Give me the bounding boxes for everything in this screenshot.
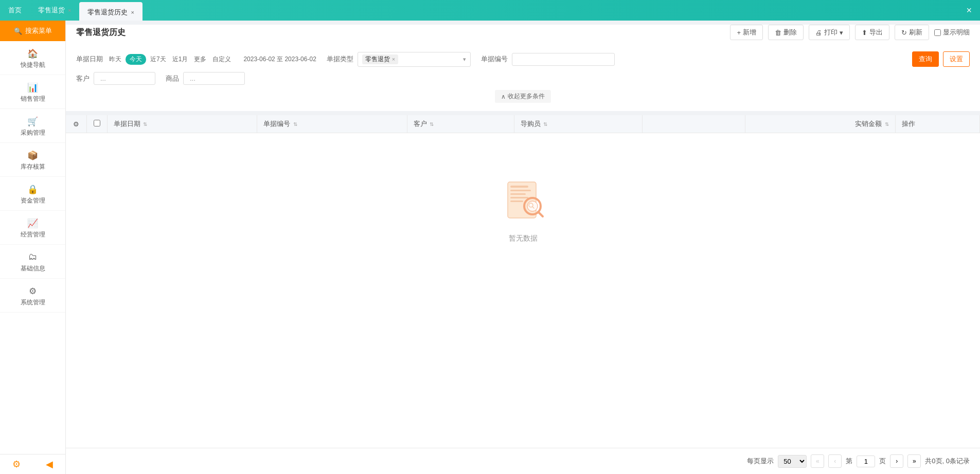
purchase-icon: 🛒 [28, 116, 38, 126]
col-amount-label: 实销金额 [855, 120, 882, 127]
pagination: 每页显示 50 10 20 100 « ‹ 第 页 › » 共0页, 0条记录 [66, 448, 980, 474]
date-opt-yesterday[interactable]: 昨天 [107, 54, 123, 64]
page-first-button[interactable]: « [811, 454, 824, 468]
refresh-button[interactable]: ↻ 刷新 [895, 25, 929, 40]
filter-type-label: 单据类型 [327, 54, 353, 64]
table-header-row: ⚙ 单据日期 ⇅ 单据编号 ⇅ 客户 [66, 115, 980, 133]
filter-area: 单据日期 昨天 今天 近7天 近1月 更多 自定义 2023-06-02 至 2… [76, 46, 970, 111]
sidebar-item-inventory-label: 库存核算 [21, 162, 45, 171]
tab-retail-return-label: 零售退货 [38, 6, 65, 15]
col-action-label: 操作 [902, 120, 915, 127]
sidebar-item-operations[interactable]: 📈 经营管理 [0, 211, 65, 245]
filter-row-2: 客户 ... 商品 ... [76, 72, 970, 85]
col-amount[interactable]: 实销金额 ⇅ [745, 115, 896, 133]
layout: 🔍 搜索菜单 🏠 快捷导航 📊 销售管理 🛒 采购管理 📦 库存核算 🔒 [0, 21, 980, 474]
filter-type-select[interactable]: 零售退货 × ▾ [358, 52, 471, 67]
page-last-button[interactable]: » [907, 454, 921, 468]
page-suffix: 页 [879, 457, 886, 466]
sidebar-item-quick-nav-label: 快捷导航 [21, 61, 45, 69]
sidebar-item-basic-info-label: 基础信息 [21, 264, 45, 273]
sidebar-item-system[interactable]: ⚙ 系统管理 [0, 279, 65, 313]
new-button[interactable]: + 新增 [730, 25, 763, 40]
svg-rect-2 [510, 190, 531, 191]
filter-voucher-input[interactable] [512, 53, 615, 66]
col-customer[interactable]: 客户 ⇅ [407, 115, 514, 133]
data-table: ⚙ 单据日期 ⇅ 单据编号 ⇅ 客户 [66, 115, 980, 133]
filter-customer-select[interactable]: ... [94, 72, 155, 85]
delete-icon: 🗑 [775, 29, 781, 37]
collapse-up-icon: ∧ [501, 93, 506, 100]
page-prev-button[interactable]: ‹ [828, 454, 842, 468]
sidebar-item-purchase[interactable]: 🛒 采购管理 [0, 109, 65, 143]
tab-retail-return-close[interactable]: × [68, 7, 71, 13]
col-number[interactable]: 单据编号 ⇅ [257, 115, 407, 133]
date-opt-today[interactable]: 今天 [126, 54, 146, 65]
sidebar-item-basic-info[interactable]: 🗂 基础信息 [0, 245, 65, 279]
table-head: ⚙ 单据日期 ⇅ 单据编号 ⇅ 客户 [66, 115, 980, 133]
tab-retail-return-history[interactable]: 零售退货历史 × [79, 2, 142, 23]
sidebar-search-button[interactable]: 🔍 搜索菜单 [0, 21, 65, 41]
sidebar-item-system-label: 系统管理 [21, 298, 45, 307]
sidebar-settings-button[interactable]: ⚙ [12, 459, 21, 470]
date-opt-1month[interactable]: 近1月 [170, 54, 190, 64]
export-icon: ⬆ [862, 29, 867, 37]
filter-date-options: 昨天 今天 近7天 近1月 更多 自定义 [107, 54, 233, 65]
tab-retail-return-history-label: 零售退货历史 [87, 8, 128, 17]
empty-text: 暂无数据 [509, 234, 538, 243]
delete-button[interactable]: 🗑 删除 [768, 25, 804, 40]
page-next-button[interactable]: › [890, 454, 903, 468]
date-opt-7days[interactable]: 近7天 [148, 54, 168, 64]
show-detail-checkbox-label[interactable]: 显示明细 [934, 28, 970, 37]
tab-home[interactable]: 首页 [0, 0, 30, 21]
new-label: 新增 [743, 28, 756, 37]
collapse-button[interactable]: ∧ 收起更多条件 [495, 90, 551, 103]
col-guide-label: 导购员 [521, 120, 541, 127]
topbar-tabs: 首页 零售退货 × 零售退货历史 × [0, 0, 958, 21]
filter-date-range: 2023-06-02 至 2023-06-02 [243, 55, 316, 64]
col-guide[interactable]: 导购员 ⇅ [514, 115, 643, 133]
sidebar-item-finance[interactable]: 🔒 资金管理 [0, 177, 65, 211]
page-label: 第 [846, 457, 852, 466]
print-button[interactable]: 🖨 打印 ▾ [809, 25, 850, 40]
print-arrow-icon: ▾ [840, 29, 843, 37]
page-input[interactable] [857, 455, 875, 467]
sort-amount-icon: ⇅ [885, 121, 889, 127]
sidebar-item-inventory[interactable]: 📦 库存核算 [0, 143, 65, 177]
svg-line-8 [538, 212, 543, 216]
refresh-icon: ↻ [901, 29, 907, 37]
sort-guide-icon: ⇅ [543, 121, 547, 127]
query-button[interactable]: 查询 [912, 51, 939, 67]
tab-retail-return[interactable]: 零售退货 × [30, 0, 79, 21]
tab-retail-return-history-close[interactable]: × [131, 9, 134, 15]
show-detail-label: 显示明细 [943, 28, 970, 37]
svg-rect-5 [510, 200, 523, 202]
settings-label: 设置 [950, 54, 963, 64]
sidebar-collapse-button[interactable]: ◀ [46, 459, 53, 470]
col-date[interactable]: 单据日期 ⇅ [107, 115, 257, 133]
window-close-button[interactable]: × [958, 5, 980, 16]
finance-icon: 🔒 [28, 184, 38, 194]
col-settings[interactable]: ⚙ [66, 115, 86, 133]
sales-icon: 📊 [28, 82, 38, 93]
filter-row-1: 单据日期 昨天 今天 近7天 近1月 更多 自定义 2023-06-02 至 2… [76, 51, 970, 67]
sidebar-item-quick-nav[interactable]: 🏠 快捷导航 [0, 41, 65, 75]
select-all-checkbox[interactable] [94, 120, 100, 126]
per-page-select[interactable]: 50 10 20 100 [778, 455, 807, 468]
filter-goods-item: 商品 ... [166, 72, 245, 85]
date-opt-custom[interactable]: 自定义 [210, 54, 233, 64]
sidebar-nav: 🏠 快捷导航 📊 销售管理 🛒 采购管理 📦 库存核算 🔒 资金管理 📈 [0, 41, 65, 454]
show-detail-checkbox[interactable] [934, 29, 941, 36]
basic-info-icon: 🗂 [28, 252, 38, 262]
col-customer-label: 客户 [414, 120, 427, 127]
total-info: 共0页, 0条记录 [925, 457, 970, 466]
sidebar-item-sales[interactable]: 📊 销售管理 [0, 75, 65, 109]
filter-customer-item: 客户 ... [76, 72, 155, 85]
chevron-down-icon: ▾ [463, 56, 466, 63]
filter-type-tag-close[interactable]: × [392, 56, 395, 62]
settings-button[interactable]: 设置 [943, 51, 970, 67]
filter-goods-select[interactable]: ... [183, 72, 245, 85]
date-opt-more[interactable]: 更多 [192, 54, 208, 64]
empty-state: 暂无数据 [66, 133, 980, 284]
filter-type-tag-text: 零售退货 [365, 55, 390, 64]
export-button[interactable]: ⬆ 导出 [855, 25, 889, 40]
